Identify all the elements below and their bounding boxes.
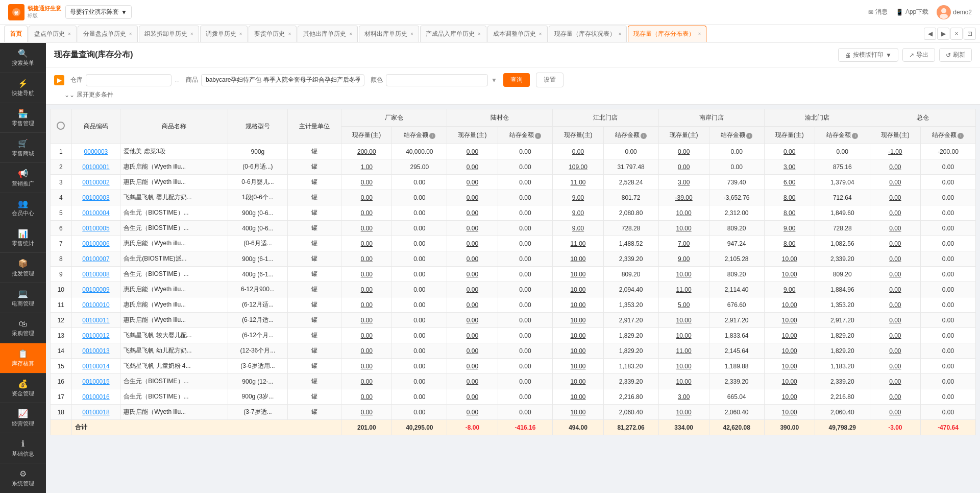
jiangbei-qty: 10.00	[553, 282, 603, 297]
export-btn[interactable]: ↗ 导出	[902, 48, 935, 62]
nanan-qty: 10.00	[658, 405, 709, 420]
product-input[interactable]	[201, 74, 364, 86]
product-unit: 罐	[288, 328, 341, 343]
refresh-btn[interactable]: ↺ 刷新	[939, 48, 972, 62]
yubeimen-amt: 2,060.40	[815, 405, 870, 420]
tab-close-btn[interactable]: ×	[190, 31, 193, 37]
sidebar-item-operations[interactable]: 📈 经营管理	[0, 403, 46, 433]
company-selector[interactable]: 母婴行业演示陈套 ▼	[65, 5, 132, 19]
row-num: 2	[51, 159, 72, 175]
info-icon[interactable]: i	[429, 133, 435, 139]
sidebar-icon: ℹ	[4, 438, 42, 450]
tab-close-btn[interactable]: ×	[239, 31, 242, 37]
color-input[interactable]	[386, 74, 488, 86]
sidebar-item-retail-stats[interactable]: 📊 零售统计	[0, 223, 46, 253]
sidebar-item-purchase[interactable]: 🛍 采购管理	[0, 313, 46, 343]
user-avatar-area[interactable]: demo2	[937, 5, 972, 19]
product-name: 惠氏启能（Wyeth illu...	[120, 405, 228, 420]
tab-stock-dist-active[interactable]: 现存量（库存分布表）×	[628, 26, 706, 42]
tab-prev-btn[interactable]: ◀	[924, 28, 936, 40]
luchen-amt: 0.00	[498, 205, 553, 221]
info-icon[interactable]: i	[958, 133, 964, 139]
tab-expand-btn[interactable]: ⊡	[964, 28, 976, 40]
expand-row-btn[interactable]: ▶	[54, 75, 64, 85]
product-spec: 900g (12-...	[228, 374, 288, 389]
tab-other-out[interactable]: 其他出库单历史×	[298, 26, 358, 42]
sidebar-item-finance[interactable]: 💰 资金管理	[0, 373, 46, 404]
tab-close-btn[interactable]: ×	[539, 31, 542, 37]
message-btn[interactable]: ✉ 消息	[868, 8, 888, 16]
jiangbei-qty: 10.00	[553, 374, 603, 389]
warehouse-ellipsis[interactable]: ...	[175, 77, 180, 84]
app-download-btn[interactable]: 📱 App下载	[896, 8, 928, 16]
tab-disassembly[interactable]: 组装拆卸单历史×	[139, 26, 199, 42]
product-unit: 罐	[288, 389, 341, 405]
tab-close-btn[interactable]: ×	[478, 31, 481, 37]
sidebar-item-ecommerce[interactable]: 💻 电商管理	[0, 283, 46, 313]
export-icon: ↗	[909, 52, 914, 59]
settings-btn[interactable]: 设置	[536, 73, 564, 87]
tab-product-in[interactable]: 产成品入库单历史×	[420, 26, 486, 42]
tab-close-btn[interactable]: ×	[349, 31, 352, 37]
product-name: 惠氏启能（Wyeth illu...	[120, 297, 228, 313]
total-qty: 0.00	[870, 343, 920, 359]
tab-next-btn[interactable]: ▶	[937, 28, 949, 40]
nanan-qty: 0.00	[658, 144, 709, 159]
th-luchen-group: 陆村仓	[447, 109, 553, 127]
table-row: 14 00100013 飞鹤星飞帆 幼儿配方奶... (12-36个月... 罐…	[51, 343, 976, 359]
jiangbei-amt: 2,094.40	[603, 282, 658, 297]
warehouse-input[interactable]	[86, 74, 172, 86]
tab-close-btn[interactable]: ×	[129, 31, 132, 37]
factory-qty: 0.00	[341, 282, 392, 297]
luchen-qty-header: 现存量(主)	[447, 127, 498, 144]
query-btn[interactable]: 查询	[503, 73, 530, 87]
nanan-qty: 11.00	[658, 343, 709, 359]
product-unit: 罐	[288, 251, 341, 267]
sidebar-icon: 🔍	[4, 48, 42, 59]
info-icon[interactable]: i	[535, 133, 541, 139]
info-icon[interactable]: i	[746, 133, 752, 139]
tab-close-all-btn[interactable]: ×	[950, 28, 963, 40]
tab-stocktake[interactable]: 盘点单历史×	[29, 26, 77, 42]
color-dropdown-icon[interactable]: ▼	[491, 77, 497, 84]
th-gear[interactable]	[51, 109, 72, 144]
tab-transfer[interactable]: 调拨单历史×	[200, 26, 248, 42]
sidebar-item-retail-mgmt[interactable]: 🏪 零售管理	[0, 103, 46, 133]
sidebar-item-system[interactable]: ⚙ 系统管理	[0, 463, 46, 493]
print-btn[interactable]: 🖨 按模版打印 ▼	[838, 48, 898, 62]
tab-purchase-order[interactable]: 要货单历史×	[249, 26, 297, 42]
tab-cost-adjust[interactable]: 成本调整单历史×	[487, 26, 548, 42]
sidebar-item-retail-mall[interactable]: 🛒 零售商城	[0, 133, 46, 163]
sidebar-item-basic-info[interactable]: ℹ 基础信息	[0, 433, 46, 463]
product-code: 00100005	[71, 221, 120, 236]
sidebar-item-quicknav[interactable]: ⚡ 快捷导航	[0, 73, 46, 103]
sidebar-icon: 📢	[4, 168, 42, 179]
jiangbei-qty: 10.00	[553, 389, 603, 405]
sidebar-item-search[interactable]: 🔍 搜索英单	[0, 43, 46, 73]
sidebar-item-marketing[interactable]: 📢 营销推广	[0, 163, 46, 193]
sidebar-item-member[interactable]: 👥 会员中心	[0, 193, 46, 223]
summary-luchen-amt: -416.16	[498, 420, 553, 435]
tab-close-btn[interactable]: ×	[288, 31, 291, 37]
total-qty: 0.00	[870, 267, 920, 282]
factory-qty: 0.00	[341, 221, 392, 236]
tab-close-btn[interactable]: ×	[68, 31, 71, 37]
info-icon[interactable]: i	[641, 133, 647, 139]
tab-material-out[interactable]: 材料出库单历史×	[359, 26, 419, 42]
tab-home[interactable]: 首页	[4, 26, 28, 42]
table-row: 11 00100010 惠氏启能（Wyeth illu... (6-12月适..…	[51, 297, 976, 313]
tab-close-btn[interactable]: ×	[698, 31, 701, 37]
nanan-amt: 809.20	[709, 267, 764, 282]
tab-branch-stocktake[interactable]: 分量盘点单历史×	[78, 26, 138, 42]
tab-stock-status[interactable]: 现存量（库存状况表）×	[549, 26, 627, 42]
tab-close-btn[interactable]: ×	[619, 31, 622, 37]
info-icon[interactable]: i	[852, 133, 858, 139]
factory-amt: 40,000.00	[392, 144, 447, 159]
header-actions: 🖨 按模版打印 ▼ ↗ 导出 ↺ 刷新	[838, 48, 972, 62]
expand-conditions-btn[interactable]: ⌄⌄ 展开更多条件	[64, 90, 113, 99]
sidebar-item-inventory[interactable]: 📋 库存核算	[0, 343, 46, 373]
yubeimen-amt: 0.00	[815, 144, 870, 159]
logo-icon: 畅	[8, 4, 24, 20]
tab-close-btn[interactable]: ×	[410, 31, 413, 37]
sidebar-item-wholesale[interactable]: 📦 批发管理	[0, 253, 46, 283]
